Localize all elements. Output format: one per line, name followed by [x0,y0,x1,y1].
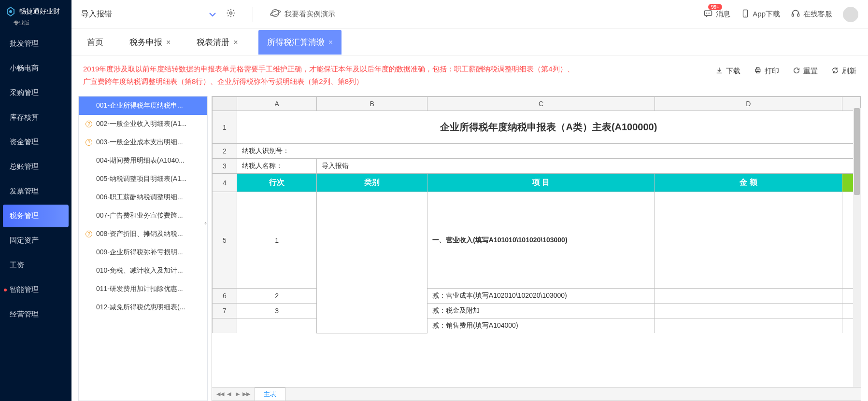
nav-item-label: 智能管理 [10,285,39,293]
row-head-3[interactable]: 3 [213,159,237,174]
header-amount[interactable]: 金 额 [655,174,842,192]
sheet-tab-main[interactable]: 主表 [255,387,285,401]
report-item-3[interactable]: 004-期间费用明细表(A1040... [79,152,207,170]
report-item-label: 012-减免所得税优惠明细表(... [96,303,185,311]
report-item-0[interactable]: 001-企业所得税年度纳税申... [79,97,207,115]
row-head-6[interactable]: 6 [213,289,237,304]
report-item-2[interactable]: ?003-一般企业成本支出明细... [79,133,207,152]
taxpayer-id-label[interactable]: 纳税人识别号： [237,144,860,159]
r6-num[interactable]: 2 [237,289,316,304]
gear-icon[interactable] [226,8,236,20]
r8-item[interactable]: 减：销售费用(填写A104000) [427,318,655,333]
reset-button[interactable]: 重置 [793,67,818,76]
chevron-down-icon [209,11,216,18]
report-item-4[interactable]: 005-纳税调整项目明细表(A1... [79,170,207,188]
tab-1[interactable]: 税务申报× [124,29,176,55]
collapse-handle[interactable]: ‹‹ [204,220,208,226]
company-dropdown[interactable]: 导入报错 [81,9,216,19]
report-list: 001-企业所得税年度纳税申...?002-一般企业收入明细表(A1...?00… [78,96,208,401]
tab-0[interactable]: 首页 [81,29,109,55]
r5-item[interactable]: 一、营业收入(填写A101010\101020\103000) [427,192,655,289]
refresh-icon [831,67,839,76]
r7-item[interactable]: 减：税金及附加 [427,304,655,318]
nav-item-label: 采购管理 [10,88,39,97]
nav-item-label: 小畅电商 [10,64,39,72]
customer-service-button[interactable]: 在线客服 [791,9,832,20]
row-head-5[interactable]: 5 [213,192,237,289]
sheet-nav-first[interactable]: ◀◀ [216,391,225,397]
row-head-7[interactable]: 7 [213,304,237,318]
nav-item-6[interactable]: 发票管理 [0,179,71,204]
vertical-scrollbar[interactable] [853,108,861,387]
avatar[interactable] [843,7,858,22]
sheet-nav-last[interactable]: ▶▶ [242,391,251,397]
report-item-6[interactable]: 007-广告费和业务宣传费跨... [79,207,207,225]
nav-item-11[interactable]: 经营管理 [0,302,71,327]
sheet-title[interactable]: 企业所得税年度纳税申报表（A类）主表(A100000) [237,111,860,144]
close-icon[interactable]: × [233,38,238,47]
nav-item-10[interactable]: 智能管理 [0,277,71,302]
sheet-grid[interactable]: A B C D 1 企业所得税年度纳税申报表（A类）主表(A100000) [212,97,861,387]
nav-item-1[interactable]: 小畅电商 [0,56,71,81]
nav-item-7[interactable]: 税务管理 [3,205,69,227]
r7-amount[interactable] [655,304,842,318]
taxpayer-name-value[interactable]: 导入报错 [317,159,861,174]
svg-rect-11 [797,14,799,16]
download-button[interactable]: 下载 [715,67,740,76]
row-head-1[interactable]: 1 [213,111,237,144]
print-button[interactable]: 打印 [754,67,779,76]
report-item-1[interactable]: ?002-一般企业收入明细表(A1... [79,115,207,133]
svg-point-0 [9,10,12,13]
nav-item-0[interactable]: 批发管理 [0,31,71,56]
tab-3[interactable]: 所得税汇算清缴× [258,30,342,55]
col-head-a[interactable]: A [237,97,316,111]
report-item-9[interactable]: 010-免税、减计收入及加计... [79,262,207,280]
sheet-nav-prev[interactable]: ◀ [225,391,233,397]
brand-logo: 畅捷通好业财 [0,0,71,19]
message-icon [703,9,713,20]
row-head-8[interactable] [213,318,237,333]
headset-icon [791,9,800,20]
sheet-corner[interactable] [213,97,237,111]
col-head-b[interactable]: B [317,97,427,111]
sheet-nav-next[interactable]: ▶ [233,391,242,397]
r8-amount[interactable] [655,318,842,333]
nav-item-2[interactable]: 采购管理 [0,81,71,105]
nav-item-3[interactable]: 库存核算 [0,105,71,130]
r7-num[interactable]: 3 [237,304,316,318]
header-category[interactable]: 类别 [317,174,427,192]
r5-num[interactable]: 1 [237,192,316,289]
nav-item-8[interactable]: 固定资产 [0,228,71,253]
nav-item-4[interactable]: 资金管理 [0,130,71,154]
report-item-8[interactable]: 009-企业所得税弥补亏损明... [79,243,207,262]
r6-item[interactable]: 减：营业成本(填写A102010\102020\103000) [427,289,655,304]
demo-link[interactable]: 我要看实例演示 [270,8,335,21]
topbar: 导入报错 我要看实例演示 [71,0,868,29]
close-icon[interactable]: × [166,38,171,47]
col-head-c[interactable]: C [427,97,655,111]
refresh-button[interactable]: 刷新 [831,67,856,76]
col-head-d[interactable]: D [655,97,842,111]
r6-amount[interactable] [655,289,842,304]
messages-button[interactable]: 消息 99+ [703,9,730,20]
tab-2[interactable]: 税表清册× [191,29,243,55]
taxpayer-name-label[interactable]: 纳税人名称： [237,159,316,174]
row-head-2[interactable]: 2 [213,144,237,159]
report-item-10[interactable]: 011-研发费用加计扣除优惠... [79,280,207,298]
report-item-11[interactable]: 012-减免所得税优惠明细表(... [79,298,207,317]
report-item-label: 008-资产折旧、摊销及纳税... [96,230,183,237]
nav-item-9[interactable]: 工资 [0,253,71,277]
r5-amount[interactable] [655,192,842,289]
nav-item-5[interactable]: 总账管理 [0,154,71,179]
header-row-num[interactable]: 行次 [237,174,316,192]
row-head-4[interactable]: 4 [213,174,237,192]
r8-num[interactable] [237,318,316,333]
close-icon[interactable]: × [328,38,333,47]
report-item-7[interactable]: ?008-资产折旧、摊销及纳税... [79,225,207,243]
header-item[interactable]: 项 目 [427,174,655,192]
company-dropdown-value: 导入报错 [81,9,112,19]
r5-category[interactable] [317,192,427,333]
report-item-5[interactable]: 006-职工薪酬纳税调整明细... [79,188,207,207]
app-download-button[interactable]: App下载 [741,9,780,20]
svg-point-9 [745,16,746,17]
